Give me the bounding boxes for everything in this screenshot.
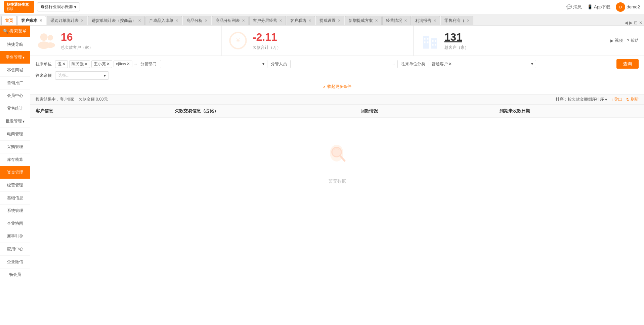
sidebar-item-ecommerce[interactable]: 电商管理 [0, 128, 30, 141]
stat-number-customers: 16 [61, 31, 93, 43]
tab-close-all-icon[interactable]: ✕ [639, 20, 643, 25]
account-selector[interactable]: 母婴行业演示账套 ▾ [37, 2, 80, 11]
sidebar-nav: 快捷导航 零售管理 ▾ 零售商城 营销推广 会员中心 零售统计 [0, 37, 30, 283]
dept-chevron-icon: ▾ [262, 62, 264, 66]
stats-bar-right: ▶ 视频 ? 帮助 [605, 26, 644, 56]
person-selector[interactable]: ··· [290, 60, 398, 68]
tab-close-commission[interactable]: ✕ [338, 19, 341, 23]
sidebar-item-system[interactable]: 系统管理 [0, 205, 30, 217]
svg-rect-10 [427, 38, 428, 40]
sidebar-item-vip[interactable]: 畅会员 [0, 268, 30, 281]
tag-close-wang[interactable]: ✕ [106, 62, 110, 66]
sidebar-item-ops-mgmt[interactable]: 经营管理 [0, 179, 30, 192]
category-selector[interactable]: 普通客户 ✕ ▾ [429, 60, 536, 68]
svg-rect-8 [424, 38, 425, 40]
svg-rect-9 [424, 41, 425, 43]
sidebar-item-guide[interactable]: 新手引导 [0, 230, 30, 243]
tab-commission-new[interactable]: 新增提成方案 ✕ [345, 16, 382, 25]
tab-prev-icon[interactable]: ◀ [625, 20, 628, 25]
tab-close-customer-layer[interactable]: ✕ [279, 19, 282, 23]
tab-goods-stat[interactable]: 进货单统计表（按商品） ✕ [88, 16, 145, 25]
tab-retail-profit[interactable]: 零售利润（ ✕ [441, 16, 473, 25]
tab-close-accounts[interactable]: ✕ [39, 19, 42, 23]
tag-close-cjttcw[interactable]: ✕ [127, 62, 130, 66]
sidebar-item-member[interactable]: 会员中心 [0, 89, 30, 102]
help-button[interactable]: ? 帮助 [627, 38, 639, 43]
sidebar-item-marketing[interactable]: 营销推广 [0, 77, 30, 89]
balance-chevron-icon: ▾ [104, 73, 106, 78]
refresh-button[interactable]: ↻ 刷新 [626, 97, 639, 102]
video-button[interactable]: ▶ 视频 [610, 38, 623, 43]
tab-next-icon[interactable]: ▶ [629, 20, 633, 25]
app-download-button[interactable]: 📱 App下载 [587, 4, 610, 10]
tab-close-operations[interactable]: ✕ [404, 19, 407, 23]
tag-close-wu[interactable]: ✕ [62, 62, 66, 66]
result-info: 搜索结果中，客户0家 欠款金额 0.00元 [36, 97, 108, 102]
tab-expand-icon[interactable]: ⊡ [634, 20, 638, 25]
tab-purchase[interactable]: 采购订单统计表 ✕ [47, 16, 87, 25]
unit-tags: 伍 ✕ 陈民强 ✕ 王小亮 ✕ cjttcw ✕ [55, 60, 137, 68]
tab-accounts[interactable]: 客户账本 ✕ [17, 16, 46, 25]
user-menu[interactable]: D demo2 [616, 2, 640, 12]
dept-selector[interactable]: ▾ [160, 60, 267, 68]
filter-area: 往来单位 伍 ✕ 陈民强 ✕ 王小亮 ✕ [30, 56, 644, 95]
sidebar-item-wholesale[interactable]: 批发管理 ▾ [0, 115, 30, 128]
tab-storage[interactable]: 产成品入库单 ✕ [145, 16, 182, 25]
svg-point-2 [48, 35, 53, 41]
tab-close-commission-new[interactable]: ✕ [375, 19, 378, 23]
tab-close-customer-contact[interactable]: ✕ [308, 19, 311, 23]
svg-rect-13 [432, 44, 433, 46]
export-button[interactable]: ↑ 导出 [611, 97, 622, 102]
sort-label: 排序：按欠款金额倒序排序 [556, 97, 604, 102]
sidebar-item-inventory[interactable]: 库存核算 [0, 153, 30, 166]
sidebar-item-retail-stats[interactable]: 零售统计 [0, 102, 30, 115]
unit-tags-more[interactable]: ··· [134, 62, 137, 66]
messages-button[interactable]: 💬 消息 [566, 4, 582, 10]
sidebar-item-quick-nav[interactable]: 快捷导航 [0, 38, 30, 51]
sidebar-item-purchase[interactable]: 采购管理 [0, 141, 30, 153]
col-due-date: 到期未收款日期 [500, 108, 639, 114]
tab-close-goods-analysis[interactable]: ✕ [205, 19, 208, 23]
svg-rect-7 [431, 38, 436, 49]
tag-close-chen[interactable]: ✕ [84, 62, 88, 66]
video-icon: ▶ [610, 38, 613, 43]
sidebar-item-retail-mgmt[interactable]: 零售管理 ▾ [0, 51, 30, 64]
tab-goods-list[interactable]: 商品分析列表 ✕ [212, 16, 249, 25]
sort-button[interactable]: 排序：按欠款金额倒序排序 ▾ [556, 97, 607, 102]
header-left: 畅捷通好生意 标版 母婴行业演示账套 ▾ [4, 1, 80, 13]
query-button[interactable]: 查询 [616, 59, 639, 69]
sidebar-item-retail-mall[interactable]: 零售商城 [0, 64, 30, 77]
tab-commission[interactable]: 提成设置 ✕ [316, 16, 344, 25]
tab-customer-contact[interactable]: 客户联络 ✕ [287, 16, 315, 25]
sidebar-search[interactable]: 🔍 搜索菜单 [0, 26, 30, 37]
result-bar: 搜索结果中，客户0家 欠款金额 0.00元 排序：按欠款金额倒序排序 ▾ ↑ 导… [30, 95, 644, 105]
tab-operations[interactable]: 经营情况 ✕ [382, 16, 411, 25]
filter-row-1: 往来单位 伍 ✕ 陈民强 ✕ 王小亮 ✕ [36, 59, 639, 69]
balance-selector[interactable]: 选择... ▾ [55, 71, 109, 80]
tab-profit[interactable]: 利润报告 ✕ [412, 16, 440, 25]
tab-goods-analysis[interactable]: 商品分析 ✕ [183, 16, 211, 25]
tag-close-normal[interactable]: ✕ [448, 62, 452, 66]
tab-close-goods-stat[interactable]: ✕ [138, 19, 141, 23]
logo-text: 畅捷通好生意 标版 [7, 2, 29, 11]
tab-close-purchase[interactable]: ✕ [81, 19, 84, 23]
tab-close-storage[interactable]: ✕ [175, 19, 178, 23]
sidebar-item-wechat[interactable]: 企业微信 [0, 256, 30, 268]
tab-bar-actions: ◀ ▶ ⊡ ✕ [625, 20, 643, 25]
sidebar-item-finance[interactable]: 资金管理 [0, 166, 30, 179]
unit-tag-cjttcw: cjttcw ✕ [114, 61, 132, 67]
tab-close-retail-profit[interactable]: ✕ [467, 19, 470, 23]
unit-tag-chen: 陈民强 ✕ [69, 60, 90, 68]
sidebar-item-app-center[interactable]: 应用中心 [0, 243, 30, 256]
tab-close-goods-list[interactable]: ✕ [242, 19, 245, 23]
stats-bar: 16 总欠款客户（家） ¥ -2.11 欠款合计（万） [30, 26, 644, 56]
collapse-button[interactable]: ∧ 收起更多条件 [36, 82, 639, 91]
sidebar-item-enterprise[interactable]: 企业协同 [0, 217, 30, 230]
tab-close-profit[interactable]: ✕ [433, 19, 436, 23]
tab-home[interactable]: 首页 [1, 16, 17, 25]
sidebar-item-basic-info[interactable]: 基础信息 [0, 192, 30, 205]
tab-customer-layer[interactable]: 客户分层经营 ✕ [249, 16, 286, 25]
svg-rect-14 [435, 40, 436, 42]
stat-card-debt: ¥ -2.11 欠款合计（万） [222, 26, 414, 56]
col-payment: 回款情况 [360, 108, 500, 114]
